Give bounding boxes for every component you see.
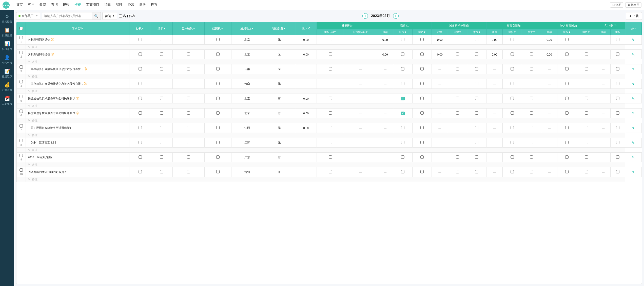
sidebar-item-clearance[interactable]: 💰 汇算清缴 xyxy=(0,80,14,94)
td-zengzhi-apply[interactable]: ✓ xyxy=(393,109,413,118)
member-button[interactable]: ▣ 畅会员 xyxy=(625,2,641,8)
checkbox-input[interactable] xyxy=(475,52,478,56)
td-difang-pay[interactable] xyxy=(577,153,596,162)
td-yinshua-apply[interactable] xyxy=(611,167,625,177)
checkbox-input[interactable] xyxy=(401,67,404,70)
td-copy-tax[interactable] xyxy=(129,79,151,89)
td-difang-pay[interactable] xyxy=(577,50,596,59)
td-zengzhi-pay[interactable] xyxy=(413,35,432,45)
td-chengshi-pay[interactable] xyxy=(467,50,486,59)
td-chengshi-pay[interactable] xyxy=(467,79,486,89)
td-difang-apply[interactable] xyxy=(557,64,577,74)
checkbox-input[interactable] xyxy=(511,82,514,85)
checkbox-input[interactable] xyxy=(187,126,190,129)
checkbox-input[interactable] xyxy=(565,38,569,41)
td-operations[interactable]: ✎ xyxy=(625,138,641,148)
checkbox-input[interactable] xyxy=(475,141,478,144)
td-jiaoyu-apply[interactable] xyxy=(503,64,522,74)
checkbox-input[interactable] xyxy=(216,141,220,144)
checkbox-input[interactable] xyxy=(511,126,514,129)
td-confirm[interactable] xyxy=(172,64,204,74)
td-chengshi-pay[interactable] xyxy=(467,109,486,118)
checkbox-input[interactable] xyxy=(530,141,533,144)
td-operations[interactable]: ✎ xyxy=(625,167,641,177)
td-declared[interactable] xyxy=(204,109,231,118)
td-jiaoyu-pay[interactable] xyxy=(522,109,541,118)
td-zengzhi-apply[interactable] xyxy=(393,64,413,74)
checkbox-input[interactable] xyxy=(511,38,514,41)
checkbox-input[interactable] xyxy=(475,155,478,159)
fullscreen-button[interactable]: ⊡ 全屏 xyxy=(610,2,623,8)
td-jiaoyu-pay[interactable] xyxy=(522,138,541,148)
filter-button[interactable]: 筛选 ▼ xyxy=(102,12,117,20)
td-declared[interactable] xyxy=(204,50,231,59)
checkbox-input[interactable] xyxy=(329,126,332,129)
td-chengshi-pay[interactable] xyxy=(467,35,486,45)
checkbox-input[interactable] xyxy=(187,52,190,56)
td-zengzhi-apply[interactable] xyxy=(393,138,413,148)
checkbox-input[interactable] xyxy=(401,38,404,41)
td-zengzhi-pay[interactable] xyxy=(413,109,432,118)
checkbox-input[interactable] xyxy=(565,170,569,173)
td-difang-apply[interactable] xyxy=(557,94,577,103)
sidebar-item-tax-settings[interactable]: ⚙ 报税设置 xyxy=(0,12,14,25)
checkbox-input[interactable] xyxy=(420,155,424,159)
td-yinshua-apply[interactable] xyxy=(611,109,625,118)
checkbox-input[interactable] xyxy=(530,82,533,85)
nav-item-message[interactable]: 消息 xyxy=(102,0,113,10)
checkbox-input[interactable] xyxy=(565,126,569,129)
td-declared[interactable] xyxy=(204,64,231,74)
td-operations[interactable]: ✎ xyxy=(625,94,641,103)
checkbox-input[interactable] xyxy=(401,126,404,129)
next-month-button[interactable]: › xyxy=(393,13,399,19)
td-chengshi-pay[interactable] xyxy=(467,153,486,162)
td-zengzhi-pay[interactable] xyxy=(413,167,432,177)
checkbox-input[interactable] xyxy=(329,38,332,41)
td-yinshua-apply[interactable] xyxy=(611,50,625,59)
td-difang-pay[interactable] xyxy=(577,64,596,74)
td-caiwu-annual[interactable] xyxy=(317,50,344,59)
search-button[interactable]: 🔍 xyxy=(92,12,101,20)
row-checkbox[interactable] xyxy=(19,168,23,172)
checkbox-input[interactable] xyxy=(160,170,163,173)
td-chengshi-pay[interactable] xyxy=(467,94,486,103)
td-chengshi-apply[interactable] xyxy=(448,64,467,74)
td-difang-pay[interactable] xyxy=(577,123,596,133)
td-difang-apply[interactable] xyxy=(557,138,577,148)
row-checkbox[interactable] xyxy=(19,36,23,39)
td-declared[interactable] xyxy=(204,79,231,89)
nav-item-business[interactable]: 工商项目 xyxy=(84,0,102,10)
checkbox-input[interactable] xyxy=(616,52,619,56)
row-checkbox[interactable] xyxy=(19,65,23,69)
td-caiwu-annual[interactable] xyxy=(317,123,344,133)
prev-month-button[interactable]: ‹ xyxy=(362,13,368,19)
td-caiwu-annual[interactable] xyxy=(317,109,344,118)
checkbox-input[interactable] xyxy=(565,141,569,144)
checkbox-input[interactable] xyxy=(139,170,142,173)
td-jiaoyu-apply[interactable] xyxy=(503,79,522,89)
td-copy-tax[interactable] xyxy=(129,109,151,118)
checkbox-input[interactable] xyxy=(329,52,332,56)
checkbox-input[interactable] xyxy=(216,97,220,100)
row-checkbox[interactable] xyxy=(19,154,23,157)
td-declared[interactable] xyxy=(204,138,231,148)
td-zengzhi-pay[interactable] xyxy=(413,138,432,148)
td-difang-pay[interactable] xyxy=(577,109,596,118)
edit-icon[interactable]: ✎ xyxy=(632,82,635,86)
select-all-checkbox[interactable] xyxy=(19,27,23,30)
checkbox-input[interactable] xyxy=(565,97,569,100)
td-caiwu-annual[interactable] xyxy=(317,153,344,162)
checkbox-input[interactable] xyxy=(475,126,478,129)
td-copy-tax[interactable] xyxy=(129,50,151,59)
checkbox-input[interactable] xyxy=(456,126,459,129)
checkbox-input[interactable] xyxy=(585,97,588,100)
checkbox-input[interactable] xyxy=(456,52,459,56)
td-clear-card[interactable] xyxy=(151,50,172,59)
td-jiaoyu-apply[interactable] xyxy=(503,94,522,103)
td-clear-card[interactable] xyxy=(151,153,172,162)
checkbox-input[interactable] xyxy=(616,38,619,41)
td-chengshi-apply[interactable] xyxy=(448,94,467,103)
checkbox-input[interactable] xyxy=(160,97,163,100)
td-clear-card[interactable] xyxy=(151,64,172,74)
td-yinshua-apply[interactable] xyxy=(611,138,625,148)
